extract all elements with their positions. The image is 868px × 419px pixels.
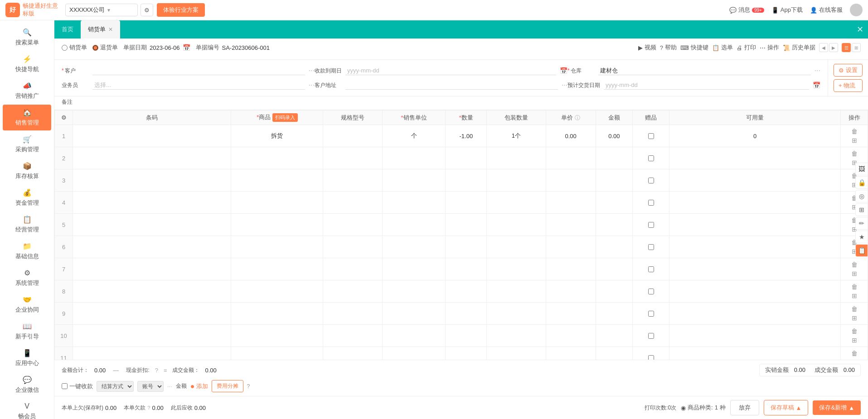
row-unit[interactable]	[382, 325, 446, 347]
row-product[interactable]	[231, 258, 323, 280]
one-click-pay-checkbox[interactable]: 一键收款	[62, 382, 93, 390]
settings-button[interactable]: ⚙	[141, 4, 153, 16]
row-unit-price[interactable]	[546, 325, 596, 347]
addr-more-icon[interactable]: ···	[562, 81, 567, 89]
expense-help-icon[interactable]: ?	[247, 383, 250, 390]
row-amount[interactable]	[596, 169, 632, 192]
row-product[interactable]	[231, 280, 323, 303]
next-btn[interactable]: ▶	[829, 43, 838, 52]
row-spec[interactable]	[323, 147, 382, 169]
customer-more-icon[interactable]: ···	[309, 67, 315, 75]
row-product[interactable]	[231, 147, 323, 169]
row-gift[interactable]	[632, 192, 669, 214]
row-product[interactable]	[231, 192, 323, 214]
row-quantity[interactable]	[446, 147, 487, 169]
row-product[interactable]: 拆货	[231, 125, 323, 147]
row-barcode[interactable]	[73, 147, 231, 169]
tab-home[interactable]: 首页	[54, 20, 81, 39]
customer-input[interactable]	[92, 66, 305, 75]
row-gift[interactable]	[632, 303, 669, 325]
row-quantity[interactable]	[446, 214, 487, 236]
row-quantity[interactable]	[446, 325, 487, 347]
row-gift[interactable]	[632, 325, 669, 347]
row-product[interactable]	[231, 347, 323, 360]
copy-row-btn[interactable]: ⊞	[850, 313, 859, 323]
tab-close-icon[interactable]: ✕	[108, 26, 113, 33]
avatar[interactable]	[850, 4, 863, 16]
row-unit-price[interactable]	[546, 303, 596, 325]
sidebar-item-system[interactable]: ⚙ 系统管理	[3, 265, 51, 291]
row-spec[interactable]	[323, 280, 382, 303]
copy-row-btn[interactable]: ⊞	[850, 291, 859, 300]
row-amount[interactable]	[596, 192, 632, 214]
delete-row-btn[interactable]: 🗑	[849, 260, 859, 269]
float-pencil-btn[interactable]: ✏	[855, 217, 868, 230]
delete-row-btn[interactable]: 🗑	[849, 149, 859, 158]
account-select[interactable]: 账号	[137, 381, 164, 392]
row-pack-qty[interactable]	[487, 325, 546, 347]
radio-sales-bill[interactable]: 销货单	[62, 43, 87, 52]
row-unit-price[interactable]	[546, 236, 596, 258]
warehouse-more-icon[interactable]: ···	[815, 67, 820, 75]
row-quantity[interactable]: -1.00	[446, 125, 487, 147]
row-amount[interactable]	[596, 280, 632, 303]
row-gift[interactable]	[632, 280, 669, 303]
shortcut-btn[interactable]: ⌨ 快捷键	[680, 43, 708, 52]
row-barcode[interactable]	[73, 236, 231, 258]
customer-addr-input[interactable]	[345, 81, 558, 90]
video-btn[interactable]: ▶ 视频	[638, 43, 656, 52]
copy-row-btn[interactable]: ⊞	[850, 336, 859, 345]
sidebar-item-member[interactable]: V 畅会员	[3, 399, 51, 419]
history-btn[interactable]: 📜 历史单据	[783, 43, 815, 52]
prev-btn[interactable]: ◀	[819, 43, 828, 52]
delete-row-btn[interactable]: 🗑	[849, 127, 859, 136]
scan-button[interactable]: 扫码录入	[272, 113, 298, 122]
row-barcode[interactable]	[73, 347, 231, 360]
sidebar-item-quicknav[interactable]: ⚡ 快捷导航	[3, 51, 51, 77]
float-circle-btn[interactable]: ◎	[855, 190, 868, 202]
save-new-button[interactable]: 保存&新增 ▲	[813, 400, 861, 415]
select-bill-btn[interactable]: 📋 选单	[712, 43, 733, 52]
sidebar-item-wechat[interactable]: 💬 企业微信	[3, 372, 51, 398]
tab-bar-close-btn[interactable]: ✕	[857, 24, 863, 34]
float-image-btn[interactable]: 🖼	[855, 163, 868, 175]
sidebar-item-base-info[interactable]: 📁 基础信息	[3, 238, 51, 264]
row-gift[interactable]	[632, 214, 669, 236]
row-unit[interactable]	[382, 303, 446, 325]
copy-row-btn[interactable]: ⊞	[850, 136, 859, 145]
expense-split-btn[interactable]: 费用分摊	[212, 380, 243, 392]
row-spec[interactable]	[323, 169, 382, 192]
row-unit-price[interactable]	[546, 347, 596, 360]
float-star-btn[interactable]: ★	[855, 231, 868, 243]
row-unit[interactable]: 个	[382, 125, 446, 147]
row-barcode[interactable]	[73, 125, 231, 147]
row-spec[interactable]	[323, 236, 382, 258]
float-orange-btn[interactable]: 📋	[855, 244, 868, 257]
payment-calendar-icon[interactable]: 📅	[560, 67, 567, 74]
row-amount[interactable]	[596, 347, 632, 360]
row-unit[interactable]	[382, 258, 446, 280]
th-settings[interactable]: ⚙	[55, 111, 73, 125]
logistics-btn[interactable]: + 物流	[834, 79, 863, 92]
table-settings-icon[interactable]: ⚙	[61, 114, 67, 121]
row-pack-qty[interactable]	[487, 192, 546, 214]
company-selector[interactable]: XXXXXX公司 ▼	[65, 4, 138, 16]
salesperson-more-icon[interactable]: ···	[309, 81, 315, 89]
row-spec[interactable]	[323, 347, 382, 360]
row-unit[interactable]	[382, 214, 446, 236]
online-service-btn[interactable]: 👤 在线客服	[810, 6, 843, 14]
row-pack-qty[interactable]	[487, 147, 546, 169]
copy-row-btn[interactable]: ⊞	[850, 269, 859, 278]
add-btn[interactable]: ● 添加	[190, 382, 208, 390]
row-pack-qty[interactable]	[487, 258, 546, 280]
notes-input[interactable]	[76, 99, 861, 106]
row-pack-qty[interactable]	[487, 169, 546, 192]
row-quantity[interactable]	[446, 280, 487, 303]
float-lock-btn[interactable]: 🔒	[855, 176, 868, 189]
row-product[interactable]	[231, 236, 323, 258]
float-table-btn[interactable]: ⊞	[855, 203, 868, 216]
row-spec[interactable]	[323, 125, 382, 147]
row-amount[interactable]	[596, 258, 632, 280]
radio-return-bill[interactable]: 退货单	[92, 43, 118, 52]
calendar-icon[interactable]: 📅	[183, 44, 190, 51]
